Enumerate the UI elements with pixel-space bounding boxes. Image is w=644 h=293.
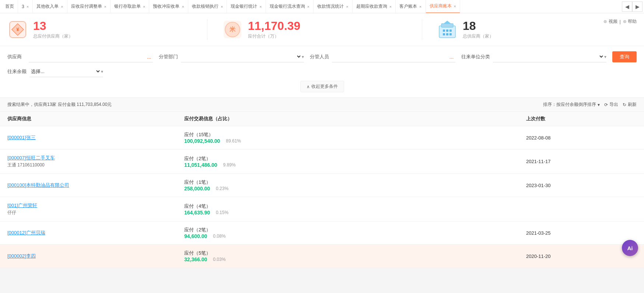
nav-tab-customer-ledger[interactable]: 客户账本 × bbox=[396, 0, 426, 13]
stat-number-payable-suppliers: 13 bbox=[33, 20, 73, 32]
export-button[interactable]: ⟳ 导出 bbox=[604, 101, 618, 108]
nav-tab-bank-deposit[interactable]: 银行存取款单 × bbox=[111, 0, 149, 13]
nav-tab-cash-bank-stats[interactable]: 现金银行统计 × bbox=[227, 0, 266, 13]
supplier-link-4[interactable]: [001]广州荣轩 bbox=[7, 202, 184, 209]
nav-tab-3[interactable]: 3 × bbox=[18, 0, 33, 13]
nav-tab-overdue-ar[interactable]: 超期应收款查询 × bbox=[353, 0, 396, 13]
dept-select[interactable] bbox=[181, 54, 302, 60]
stat-info-payable-suppliers: 13 总应付供应商（家） bbox=[33, 20, 73, 39]
export-label: 导出 bbox=[609, 101, 618, 108]
tx-label-3: 应付（1笔） bbox=[184, 179, 526, 186]
supplier-info-3: [000100]本特勤油品有限公司 bbox=[7, 182, 184, 189]
balance-select[interactable]: 选择... bbox=[29, 68, 101, 75]
supplier-dots-icon[interactable]: ... bbox=[146, 54, 153, 60]
supplier-info-2: [000007]恒旺二手叉车 王通 17106110000 bbox=[7, 155, 184, 168]
supplier-link-3[interactable]: [000100]本特勤油品有限公司 bbox=[7, 182, 184, 189]
stat-info-total-suppliers: 18 总供应商（家） bbox=[463, 20, 494, 39]
tx-row-3: 258,000.00 0.23% bbox=[184, 186, 526, 192]
category-filter-label: 往来单位分类 bbox=[461, 54, 490, 60]
person-input[interactable] bbox=[332, 54, 448, 59]
supplier-link-2[interactable]: [000007]恒旺二手叉车 bbox=[7, 155, 184, 161]
dept-filter-label: 分管部门 bbox=[159, 54, 178, 60]
nav-tab-collection-stats-label: 收款情况统计 bbox=[317, 3, 344, 10]
tx-amount-5[interactable]: 94,600.00 bbox=[184, 233, 207, 239]
stat-block-payable-suppliers: ¥ 13 总应付供应商（家） bbox=[7, 19, 207, 40]
category-select-wrap: ▾ bbox=[493, 51, 607, 62]
nav-tab-cash-bank-flow[interactable]: 现金银行流水查询 × bbox=[266, 0, 314, 13]
close-icon[interactable]: × bbox=[389, 4, 392, 9]
collapse-filter-button[interactable]: ∧ 收起更多条件 bbox=[300, 81, 344, 92]
supplier-info-4: [001]广州荣轩 仔仔 bbox=[7, 202, 184, 216]
person-dots-icon[interactable]: ... bbox=[448, 54, 455, 60]
nav-arrows: ◀ ▶ bbox=[622, 1, 643, 12]
sort-button[interactable]: 排序：按应付余额倒序排序 ▾ bbox=[543, 101, 600, 108]
table-row: [000001]张三 应付（15笔） 100,092,540.00 89.61%… bbox=[0, 126, 644, 149]
nav-tab-customer-ledger-label: 客户账本 bbox=[399, 3, 417, 10]
filter-item-supplier: 供应商 ... bbox=[7, 51, 153, 62]
nav-tab-cash-bank-stats-label: 现金银行统计 bbox=[231, 3, 257, 10]
nav-tab-overdue-ar-label: 超期应收款查询 bbox=[356, 3, 387, 10]
header-stats: ¥ 13 总应付供应商（家） 米 11,170.39 应付合计（万） bbox=[0, 13, 644, 46]
nav-tab-collection-stats[interactable]: 收款情况统计 × bbox=[314, 0, 352, 13]
tx-amount-2[interactable]: 11,051,486.00 bbox=[184, 162, 217, 168]
close-icon[interactable]: × bbox=[182, 4, 184, 9]
tx-info-4: 应付（4笔） 164,635.90 0.15% bbox=[184, 203, 526, 216]
tx-percent-4: 0.15% bbox=[216, 210, 228, 215]
top-navigation: 首页 3 × 其他收入单 × 应收应付调整单 × 银行存取款单 × 预收冲应收单… bbox=[0, 0, 644, 13]
total-suppliers-icon bbox=[437, 19, 458, 40]
tx-label-4: 应付（4笔） bbox=[184, 203, 526, 210]
close-icon[interactable]: × bbox=[27, 4, 29, 9]
help-link[interactable]: ⊙ 帮助 bbox=[623, 18, 637, 25]
nav-tab-other-income[interactable]: 其他收入单 × bbox=[33, 0, 67, 13]
supplier-link-1[interactable]: [000001]张三 bbox=[7, 134, 184, 141]
nav-tab-supplier-ledger[interactable]: 供应商账本 × bbox=[426, 0, 460, 13]
tx-percent-1: 89.61% bbox=[226, 138, 241, 144]
person-input-wrap: ... bbox=[332, 51, 455, 62]
close-icon[interactable]: × bbox=[307, 4, 309, 9]
nav-tab-ar-ap-adjust[interactable]: 应收应付调整单 × bbox=[67, 0, 111, 13]
balance-chevron-down-icon: ▾ bbox=[101, 69, 103, 74]
nav-prev-button[interactable]: ◀ bbox=[622, 1, 632, 12]
category-chevron-down-icon: ▾ bbox=[604, 54, 606, 59]
close-icon[interactable]: × bbox=[104, 4, 106, 9]
nav-tab-prepay-label: 预收冲应收单 bbox=[153, 3, 179, 10]
refresh-icon: ↻ bbox=[623, 102, 626, 107]
tx-amount-4[interactable]: 164,635.90 bbox=[184, 210, 210, 216]
tx-amount-6[interactable]: 32,366.00 bbox=[184, 256, 207, 262]
ai-assistant-button[interactable]: Ai bbox=[622, 240, 638, 256]
svg-rect-12 bbox=[449, 33, 452, 35]
supplier-input[interactable] bbox=[29, 54, 146, 59]
sort-area: 排序：按应付余额倒序排序 ▾ ⟳ 导出 ↻ 刷新 bbox=[543, 101, 637, 108]
svg-text:米: 米 bbox=[229, 26, 236, 32]
tx-row-4: 164,635.90 0.15% bbox=[184, 210, 526, 216]
nav-tab-prepay[interactable]: 预收冲应收单 × bbox=[149, 0, 188, 13]
sort-label: 排序：按应付余额倒序排序 bbox=[543, 101, 596, 108]
refresh-label: 刷新 bbox=[628, 101, 637, 108]
dept-select-wrap: ▾ bbox=[181, 51, 304, 62]
close-icon[interactable]: × bbox=[419, 4, 421, 9]
close-icon[interactable]: × bbox=[346, 4, 348, 9]
nav-next-button[interactable]: ▶ bbox=[632, 1, 643, 12]
close-icon[interactable]: × bbox=[61, 4, 63, 9]
filter-area: 供应商 ... 分管部门 ▾ 分管人员 ... bbox=[0, 46, 644, 98]
filter-item-dept: 分管部门 ▾ bbox=[159, 51, 304, 62]
balance-select-wrap: 选择... ▾ bbox=[29, 66, 103, 77]
close-icon[interactable]: × bbox=[221, 4, 223, 9]
last-pay-2: 2021-11-17 bbox=[526, 159, 637, 164]
table-header-last-payment: 上次付数 bbox=[526, 116, 637, 122]
query-button[interactable]: 查询 bbox=[612, 51, 637, 62]
category-select[interactable] bbox=[493, 54, 605, 60]
close-icon[interactable]: × bbox=[143, 4, 145, 9]
balance-filter-label: 往来余额 bbox=[7, 68, 27, 75]
table-row: [001]广州荣轩 仔仔 应付（4笔） 164,635.90 0.15% bbox=[0, 197, 644, 221]
supplier-link-5[interactable]: [000012]广州贝瑞 bbox=[7, 230, 184, 236]
tx-amount-1[interactable]: 100,092,540.00 bbox=[184, 138, 220, 144]
close-icon[interactable]: × bbox=[454, 4, 456, 8]
tx-amount-3[interactable]: 258,000.00 bbox=[184, 186, 210, 192]
nav-tab-collection-exec[interactable]: 收款核销执行 × bbox=[188, 0, 227, 13]
close-icon[interactable]: × bbox=[259, 4, 262, 9]
refresh-button[interactable]: ↻ 刷新 bbox=[623, 101, 637, 108]
supplier-link-6[interactable]: [000002]李四 bbox=[7, 253, 184, 259]
video-link[interactable]: ⊙ 视频 bbox=[603, 18, 617, 25]
nav-tab-home[interactable]: 首页 bbox=[1, 0, 18, 13]
